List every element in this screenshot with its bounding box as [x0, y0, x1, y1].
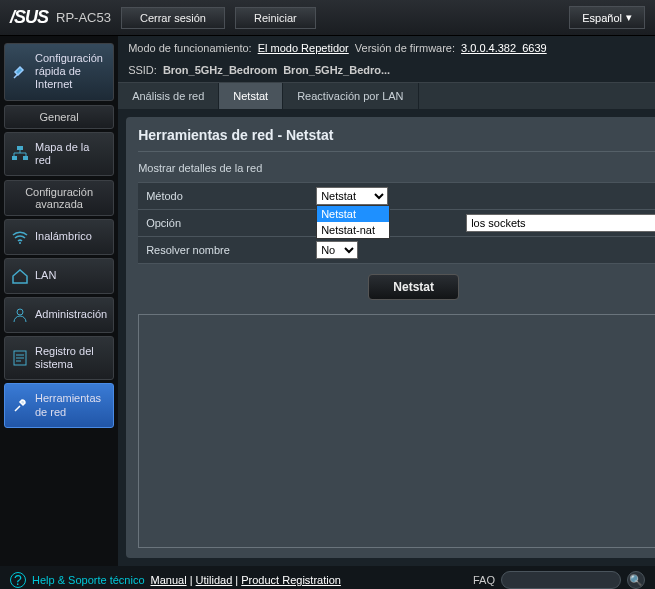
mode-label: Modo de funcionamiento: [128, 42, 252, 58]
sidebar-label-quick: Configuración rápida de Internet [35, 52, 107, 92]
sidebar-item-lan[interactable]: LAN [4, 258, 114, 294]
option-label: Opción [146, 217, 316, 229]
tools-icon [11, 397, 29, 415]
language-selector[interactable]: Español ▾ [569, 6, 645, 29]
chevron-down-icon: ▾ [626, 11, 632, 24]
manual-link[interactable]: Manual [151, 574, 187, 586]
method-dropdown-list: Netstat Netstat-nat [316, 205, 390, 239]
reboot-button[interactable]: Reiniciar [235, 7, 316, 29]
sidebar-item-wireless[interactable]: Inalámbrico [4, 219, 114, 255]
network-map-icon [11, 145, 29, 163]
method-select[interactable]: Netstat [316, 187, 388, 205]
language-label: Español [582, 12, 622, 24]
option-select[interactable]: los sockets [466, 214, 655, 232]
method-option-netstat-nat[interactable]: Netstat-nat [317, 222, 389, 238]
help-icon[interactable]: ? [10, 572, 26, 588]
wifi-icon [11, 228, 29, 246]
product-registration-link[interactable]: Product Registration [241, 574, 341, 586]
sidebar-label-syslog: Registro del sistema [35, 345, 107, 371]
svg-point-4 [17, 309, 23, 315]
svg-point-3 [19, 242, 21, 244]
tab-netstat[interactable]: Netstat [219, 83, 283, 109]
fw-label: Versión de firmware: [355, 42, 455, 58]
search-icon[interactable]: 🔍 [627, 571, 645, 589]
ssid-label: SSID: [128, 64, 157, 76]
sidebar-label-wireless: Inalámbrico [35, 230, 92, 243]
log-icon [11, 349, 29, 367]
home-icon [11, 267, 29, 285]
ssid-value-2: Bron_5GHz_Bedro... [283, 64, 390, 76]
sidebar-label-admin: Administración [35, 308, 107, 321]
tab-wol[interactable]: Reactivación por LAN [283, 83, 418, 109]
brand-logo: /SUS [10, 7, 48, 28]
panel-title: Herramientas de red - Netstat [138, 127, 655, 152]
search-input[interactable] [501, 571, 621, 589]
utility-link[interactable]: Utilidad [196, 574, 233, 586]
sidebar-item-network-map[interactable]: Mapa de la red [4, 132, 114, 176]
sidebar-item-quick-setup[interactable]: Configuración rápida de Internet [4, 43, 114, 101]
sidebar-item-network-tools[interactable]: Herramientas de red [4, 383, 114, 427]
plug-icon [11, 63, 29, 81]
resolve-select[interactable]: No [316, 241, 358, 259]
method-option-netstat[interactable]: Netstat [317, 206, 389, 222]
svg-rect-1 [12, 156, 17, 160]
sidebar: Configuración rápida de Internet General… [0, 36, 118, 566]
resolve-label: Resolver nombre [146, 244, 316, 256]
netstat-button[interactable]: Netstat [368, 274, 459, 300]
svg-rect-2 [23, 156, 28, 160]
mode-value-link[interactable]: El modo Repetidor [258, 42, 349, 58]
model-name: RP-AC53 [56, 10, 111, 25]
sidebar-label-nettools: Herramientas de red [35, 392, 107, 418]
output-textarea[interactable] [138, 314, 655, 548]
sidebar-item-admin[interactable]: Administración [4, 297, 114, 333]
sidebar-item-syslog[interactable]: Registro del sistema [4, 336, 114, 380]
admin-icon [11, 306, 29, 324]
faq-label[interactable]: FAQ [473, 574, 495, 586]
tab-network-analysis[interactable]: Análisis de red [118, 83, 219, 109]
fw-value-link[interactable]: 3.0.0.4.382_6639 [461, 42, 547, 58]
method-label: Método [146, 190, 316, 202]
panel-subtitle: Mostrar detalles de la red [138, 152, 655, 182]
sidebar-section-advanced: Configuración avanzada [4, 180, 114, 216]
sidebar-section-general: General [4, 105, 114, 129]
logout-button[interactable]: Cerrar sesión [121, 7, 225, 29]
sidebar-label-lan: LAN [35, 269, 56, 282]
svg-rect-0 [17, 146, 23, 150]
help-support-link[interactable]: Help & Soporte técnico [32, 574, 145, 586]
footer-links: Manual | Utilidad | Product Registration [151, 574, 341, 586]
ssid-value-1: Bron_5GHz_Bedroom [163, 64, 277, 76]
sidebar-label-netmap: Mapa de la red [35, 141, 107, 167]
